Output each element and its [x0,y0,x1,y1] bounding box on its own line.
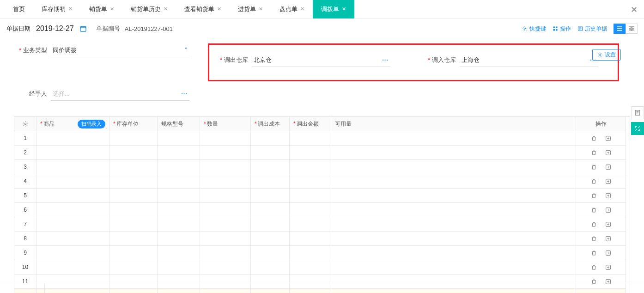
spec-cell[interactable] [158,160,200,174]
in-wh-select[interactable]: 上海仓 ··· [460,53,598,67]
cost-cell[interactable] [251,203,290,217]
cost-cell[interactable] [251,146,290,160]
spec-cell[interactable] [158,174,200,189]
qty-cell[interactable] [200,232,251,246]
expand-icon[interactable] [631,122,644,135]
qty-cell[interactable] [200,217,251,232]
add-icon[interactable] [605,135,611,141]
cost-cell[interactable] [251,160,290,174]
add-icon[interactable] [605,207,611,213]
calendar-icon[interactable] [79,25,87,32]
delete-icon[interactable] [591,236,597,242]
more-icon[interactable]: ··· [181,90,188,97]
product-cell[interactable] [36,246,109,260]
tab-home[interactable]: 首页 [5,0,33,18]
unit-cell[interactable] [109,217,158,232]
add-icon[interactable] [605,250,611,256]
delete-icon[interactable] [591,193,597,199]
spec-cell[interactable] [158,203,200,217]
tab-stock-init[interactable]: 库存期初✕ [33,0,81,18]
close-icon[interactable]: ✕ [342,6,346,12]
cost-cell[interactable] [251,217,290,232]
settings-button[interactable]: 设置 [592,49,621,61]
unit-cell[interactable] [109,260,158,275]
amount-cell[interactable] [290,174,331,189]
spec-cell[interactable] [158,131,200,146]
cost-cell[interactable] [251,260,290,275]
qty-cell[interactable] [200,260,251,275]
add-icon[interactable] [605,150,611,156]
product-cell[interactable] [36,174,109,189]
panel-close-icon[interactable]: ✕ [631,5,638,15]
spec-cell[interactable] [158,189,200,203]
unit-cell[interactable] [109,160,158,174]
product-cell[interactable] [36,189,109,203]
amount-cell[interactable] [290,189,331,203]
add-icon[interactable] [605,236,611,242]
list-view-button[interactable] [614,24,626,34]
operate-link[interactable]: 操作 [553,25,571,33]
delete-icon[interactable] [591,135,597,141]
product-cell[interactable] [36,160,109,174]
handler-select[interactable]: 选择... ··· [51,87,189,101]
product-cell[interactable] [36,203,109,217]
amount-cell[interactable] [290,131,331,146]
spec-cell[interactable] [158,246,200,260]
unit-cell[interactable] [109,246,158,260]
spec-cell[interactable] [158,146,200,160]
unit-cell[interactable] [109,174,158,189]
close-icon[interactable]: ✕ [164,6,168,12]
notes-icon[interactable] [631,106,644,119]
unit-cell[interactable] [109,203,158,217]
history-link[interactable]: 历史单据 [577,25,607,33]
add-icon[interactable] [605,164,611,170]
product-cell[interactable] [36,131,109,146]
cost-cell[interactable] [251,189,290,203]
amount-cell[interactable] [290,246,331,260]
product-cell[interactable] [36,232,109,246]
amount-cell[interactable] [290,260,331,275]
close-icon[interactable]: ✕ [68,6,73,12]
add-icon[interactable] [605,264,611,270]
qty-cell[interactable] [200,146,251,160]
amount-cell[interactable] [290,217,331,232]
amount-cell[interactable] [290,203,331,217]
close-icon[interactable]: ✕ [300,6,304,12]
spec-cell[interactable] [158,217,200,232]
close-icon[interactable]: ✕ [217,6,221,12]
tab-stocktake[interactable]: 盘点单✕ [271,0,313,18]
add-icon[interactable] [605,193,611,199]
date-field[interactable]: 2019-12-27 [35,24,75,34]
cost-cell[interactable] [251,232,290,246]
add-icon[interactable] [605,221,611,227]
tab-sales-history[interactable]: 销货单历史✕ [122,0,176,18]
qty-cell[interactable] [200,174,251,189]
close-icon[interactable]: ✕ [110,6,114,12]
unit-cell[interactable] [109,232,158,246]
tab-purchase[interactable]: 进货单✕ [230,0,271,18]
product-cell[interactable] [36,260,109,275]
delete-icon[interactable] [591,207,597,213]
qty-cell[interactable] [200,160,251,174]
unit-cell[interactable] [109,146,158,160]
amount-cell[interactable] [290,232,331,246]
grid-view-button[interactable] [626,24,638,34]
tab-transfer[interactable]: 调拨单✕ [313,0,354,18]
spec-cell[interactable] [158,232,200,246]
out-wh-select[interactable]: 北京仓 ··· [252,53,390,67]
qty-cell[interactable] [200,203,251,217]
gear-column-header[interactable] [14,117,36,131]
qty-cell[interactable] [200,131,251,146]
delete-icon[interactable] [591,264,597,270]
scan-badge[interactable]: 扫码录入 [78,120,105,128]
cost-cell[interactable] [251,174,290,189]
amount-cell[interactable] [290,160,331,174]
amount-cell[interactable] [290,146,331,160]
delete-icon[interactable] [591,250,597,256]
spec-cell[interactable] [158,260,200,275]
biz-type-select[interactable]: 同价调拨 ˅ [51,43,189,57]
qty-cell[interactable] [200,189,251,203]
more-icon[interactable]: ··· [382,56,389,63]
product-cell[interactable] [36,217,109,232]
cost-cell[interactable] [251,246,290,260]
